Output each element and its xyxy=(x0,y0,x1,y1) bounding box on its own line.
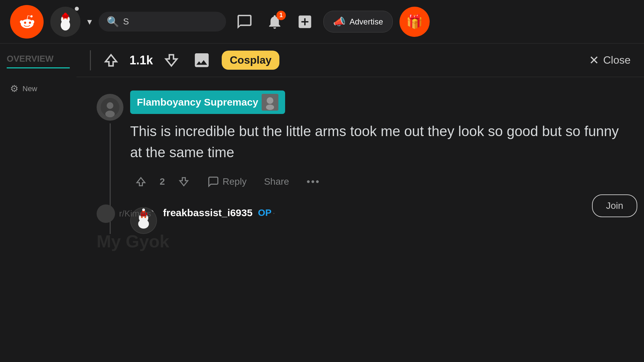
username-flair-badge: Flamboyancy Supremacy xyxy=(130,90,285,114)
comment-text: This is incredible but the little arms t… xyxy=(130,121,624,163)
svg-point-9 xyxy=(107,102,113,109)
subreddit-icon xyxy=(97,204,115,223)
sub-comment-header: freakbassist_i6935 OP · xyxy=(163,207,275,219)
svg-point-5 xyxy=(64,13,67,15)
vote-section: 1.1k xyxy=(101,50,181,70)
subreddit-info: r/Kimets xyxy=(97,204,151,223)
sidebar-item-new-label: New xyxy=(22,84,37,93)
chat-icon[interactable] xyxy=(233,10,256,34)
more-options-button[interactable]: ••• xyxy=(302,173,325,190)
sub-comment: freakbassist_i6935 OP · xyxy=(130,207,624,234)
op-badge: OP xyxy=(258,207,271,218)
share-button[interactable]: Share xyxy=(259,174,294,190)
downvote-button[interactable] xyxy=(161,50,181,70)
toolbar-divider xyxy=(90,50,91,70)
reply-label: Reply xyxy=(223,176,247,187)
snoo-character-icon xyxy=(54,10,77,34)
search-input[interactable] xyxy=(123,16,218,27)
user-dropdown-arrow[interactable]: ▾ xyxy=(87,16,92,27)
comment-downvote-button[interactable] xyxy=(173,173,195,190)
advertise-label: Advertise xyxy=(350,17,383,26)
comment-header: Flamboyancy Supremacy xyxy=(130,90,624,114)
sub-comment-content: freakbassist_i6935 OP · xyxy=(163,207,275,219)
svg-point-6 xyxy=(63,18,64,19)
post-toolbar: 1.1k Cosplay ✕ Close xyxy=(76,44,644,77)
megaphone-icon: 📣 xyxy=(333,16,345,27)
navbar: ▾ 🔍 1 📣 Advertise 🎁 xyxy=(0,0,644,44)
svg-point-12 xyxy=(267,97,273,104)
reddit-logo-icon xyxy=(16,11,38,33)
svg-point-13 xyxy=(266,105,274,110)
premium-button[interactable]: 🎁 xyxy=(399,7,430,37)
sidebar-item-new[interactable]: ⚙ New xyxy=(7,78,70,99)
search-bar[interactable]: 🔍 xyxy=(99,12,226,32)
search-icon: 🔍 xyxy=(107,16,119,27)
comment-upvote-button[interactable] xyxy=(130,173,152,190)
more-icon: ••• xyxy=(307,176,320,187)
online-dot xyxy=(75,7,79,11)
user-avatar[interactable] xyxy=(50,7,80,37)
left-sidebar: OVERVIEW ⚙ New xyxy=(0,44,76,362)
svg-point-7 xyxy=(66,18,68,19)
notification-badge: 1 xyxy=(276,11,286,20)
reddit-logo[interactable] xyxy=(10,5,44,39)
sub-commenter-username: freakbassist_i6935 xyxy=(163,207,253,219)
sub-avatar-online-dot xyxy=(152,207,156,212)
comment-actions: 2 Reply Share xyxy=(130,173,624,190)
comment-block: Flamboyancy Supremacy This is incredible… xyxy=(97,90,624,234)
subreddit-name: r/Kimets xyxy=(119,208,151,219)
username-flair-text: Flamboyancy Supremacy xyxy=(137,97,258,108)
advertise-button[interactable]: 📣 Advertise xyxy=(323,11,393,33)
join-button[interactable]: Join xyxy=(592,194,637,217)
upvote-button[interactable] xyxy=(101,50,121,70)
overview-label: OVERVIEW xyxy=(7,54,70,68)
commenter-avatar xyxy=(97,94,123,121)
bg-title: My Gyok xyxy=(97,231,169,251)
username-separator: · xyxy=(273,208,275,218)
flair-avatar xyxy=(262,94,278,111)
close-button[interactable]: ✕ Close xyxy=(589,53,631,67)
comment-vote-count: 2 xyxy=(160,176,165,187)
close-label: Close xyxy=(603,54,631,66)
svg-point-10 xyxy=(105,111,115,117)
notifications-icon[interactable]: 1 xyxy=(263,10,286,34)
flair-tag[interactable]: Cosplay xyxy=(222,51,279,70)
gear-icon: ⚙ xyxy=(10,83,18,94)
main-content: 1.1k Cosplay ✕ Close xyxy=(76,44,644,362)
image-icon[interactable] xyxy=(192,50,212,70)
vote-count: 1.1k xyxy=(128,53,155,67)
share-label: Share xyxy=(264,176,289,187)
avatar-img xyxy=(50,7,80,37)
chest-icon: 🎁 xyxy=(406,14,423,29)
create-icon[interactable] xyxy=(293,10,317,34)
comment-content: Flamboyancy Supremacy This is incredible… xyxy=(130,90,624,234)
comment-area: Flamboyancy Supremacy This is incredible… xyxy=(76,77,644,257)
reply-button[interactable]: Reply xyxy=(203,173,252,190)
close-icon: ✕ xyxy=(589,53,599,67)
